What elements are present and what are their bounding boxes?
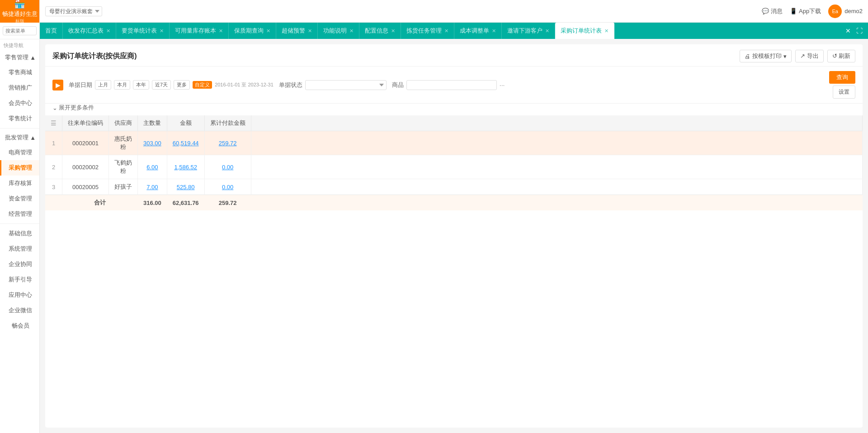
row-qty[interactable]: 303.00 <box>138 131 167 155</box>
sidebar-item-member-center[interactable]: 会员中心 <box>0 95 39 111</box>
row-paid[interactable]: 0.00 <box>204 179 251 195</box>
tab-invite-downstream[interactable]: 邀请下游客户 ✕ <box>502 23 555 39</box>
tab-bar: 首页 收发存汇总表 ✕ 要货单统计表 ✕ 可用量库存账本 ✕ 保质期查询 ✕ 超… <box>40 23 868 39</box>
message-btn[interactable]: 💬 消息 <box>762 7 783 15</box>
row-amount[interactable]: 1,586.52 <box>167 155 204 179</box>
date-shortcut-last-month[interactable]: 上月 <box>95 80 111 90</box>
query-btn[interactable]: 查询 <box>829 71 855 84</box>
top-bar-left: 母婴行业演示账套 <box>45 6 102 16</box>
row-amount[interactable]: 60,519.44 <box>167 131 204 155</box>
sidebar-item-wholesale[interactable]: 批发管理 ▲ <box>0 130 39 145</box>
settings-btn[interactable]: 设置 <box>833 86 855 99</box>
panel-header: 采购订单统计表(按供应商) 🖨 按模板打印 ▾ ↗ 导出 ↺ 刷新 <box>45 44 863 67</box>
row-paid[interactable]: 259.72 <box>204 131 251 155</box>
footer-extra <box>251 195 862 211</box>
expand-more-btn[interactable]: ⌄ 展开更多条件 <box>52 104 94 112</box>
content-panel: 采购订单统计表(按供应商) 🖨 按模板打印 ▾ ↗ 导出 ↺ 刷新 <box>45 44 863 428</box>
sidebar-item-system[interactable]: 系统管理 <box>0 241 39 257</box>
sidebar-item-retail-stats[interactable]: 零售统计 <box>0 111 39 126</box>
tab-function-desc[interactable]: 功能说明 ✕ <box>318 23 359 39</box>
row-qty[interactable]: 7.00 <box>138 179 167 195</box>
refresh-btn[interactable]: ↺ 刷新 <box>827 50 855 62</box>
tab-purchase-stats[interactable]: 采购订单统计表 ✕ <box>555 23 614 39</box>
tab-receive-send[interactable]: 收发存汇总表 ✕ <box>63 23 116 39</box>
table-row[interactable]: 2 00020002 飞鹤奶粉 6.00 1,586.52 0.00 <box>45 155 863 179</box>
sidebar-item-retail-mall[interactable]: 零售商城 <box>0 65 39 80</box>
sidebar-item-enterprise-wechat[interactable]: 企业微信 <box>0 303 39 318</box>
row-extra <box>251 131 862 155</box>
row-supplier: 好孩子 <box>109 179 138 195</box>
sidebar-item-basic-info[interactable]: 基础信息 <box>0 226 39 241</box>
date-filter-group: 单据日期 上月 本月 本年 近7天 更多 自定义 2016-01-01 至 20… <box>69 80 274 90</box>
workspace-selector[interactable]: 母婴行业演示账套 <box>45 6 102 16</box>
tab-close-function-desc[interactable]: ✕ <box>349 28 354 34</box>
tab-order-stats[interactable]: 要货单统计表 ✕ <box>116 23 170 39</box>
custom-date-badge: 自定义 <box>193 81 212 89</box>
tab-close-overstock[interactable]: ✕ <box>308 28 312 34</box>
sidebar-item-marketing[interactable]: 营销推广 <box>0 80 39 95</box>
export-icon: ↗ <box>800 52 805 59</box>
tab-close-config-info[interactable]: ✕ <box>391 28 395 34</box>
tab-config-info[interactable]: 配置信息 ✕ <box>359 23 401 39</box>
sidebar-item-inventory[interactable]: 库存核算 <box>0 176 39 191</box>
tab-warranty[interactable]: 保质期查询 ✕ <box>229 23 276 39</box>
logo-icon: 🏪 <box>14 0 25 9</box>
sidebar-item-finance[interactable]: 资金管理 <box>0 191 39 206</box>
tab-cost-adjust[interactable]: 成本调整单 ✕ <box>454 23 502 39</box>
table-container: ☰ 往来单位编码 供应商 主数量 金额 累计付款金额 1 <box>45 115 863 428</box>
row-amount[interactable]: 525.80 <box>167 179 204 195</box>
template-print-btn[interactable]: 🖨 按模板打印 ▾ <box>740 50 792 62</box>
col-settings[interactable]: ☰ <box>45 115 62 131</box>
date-shortcut-this-month[interactable]: 本月 <box>114 80 130 90</box>
status-filter-select[interactable] <box>305 80 387 90</box>
goods-filter-input[interactable] <box>406 80 497 90</box>
search-input[interactable] <box>3 26 37 35</box>
tab-available-stock[interactable]: 可用量库存账本 ✕ <box>170 23 229 39</box>
col-supplier: 供应商 <box>109 115 138 131</box>
tab-home[interactable]: 首页 <box>40 23 63 39</box>
top-bar-right: 💬 消息 📱 App下载 Ea demo2 <box>762 5 863 18</box>
tab-close-pick-task[interactable]: ✕ <box>444 28 448 34</box>
table-row[interactable]: 1 00020001 惠氏奶粉 303.00 60,519.44 259.72 <box>45 131 863 155</box>
filter-toggle-btn[interactable]: ▶ <box>52 80 63 90</box>
date-shortcut-7days[interactable]: 近7天 <box>152 80 171 90</box>
status-filter-group: 单据状态 <box>279 80 387 90</box>
tab-close-invite-downstream[interactable]: ✕ <box>545 28 549 34</box>
tab-close-cost-adjust[interactable]: ✕ <box>492 28 496 34</box>
sidebar-item-new-guide[interactable]: 新手引导 <box>0 272 39 287</box>
chevron-icon: ▲ <box>30 54 36 61</box>
tab-close-warranty[interactable]: ✕ <box>266 28 270 34</box>
data-table: ☰ 往来单位编码 供应商 主数量 金额 累计付款金额 1 <box>45 115 863 210</box>
tab-pick-task[interactable]: 拣货任务管理 ✕ <box>401 23 454 39</box>
sidebar-item-retail-manage[interactable]: 零售管理 ▲ <box>0 50 39 65</box>
export-btn[interactable]: ↗ 导出 <box>795 50 823 62</box>
sidebar-item-operations[interactable]: 经营管理 <box>0 206 39 222</box>
sidebar-item-member[interactable]: 畅会员 <box>0 318 39 333</box>
tab-close-purchase-stats[interactable]: ✕ <box>604 28 609 34</box>
row-code: 00020002 <box>62 155 109 179</box>
sidebar-item-enterprise-collab[interactable]: 企业协同 <box>0 257 39 272</box>
col-settings-icon[interactable]: ☰ <box>51 119 57 127</box>
sidebar-search-area <box>0 23 39 39</box>
sidebar-item-purchase[interactable]: 采购管理 <box>0 160 39 176</box>
sidebar-item-ecommerce[interactable]: 电商管理 <box>0 145 39 160</box>
tab-close-order-stats[interactable]: ✕ <box>160 28 164 34</box>
tab-close-all-btn[interactable]: ✕ <box>844 26 853 35</box>
row-qty[interactable]: 6.00 <box>138 155 167 179</box>
tab-overstock[interactable]: 超储预警 ✕ <box>276 23 318 39</box>
row-supplier: 惠氏奶粉 <box>109 131 138 155</box>
tab-close-receive-send[interactable]: ✕ <box>106 28 110 34</box>
expand-down-icon: ⌄ <box>52 105 57 111</box>
col-extra <box>251 115 862 131</box>
goods-filter-more-dots[interactable]: ··· <box>500 81 505 89</box>
tab-close-available-stock[interactable]: ✕ <box>219 28 223 34</box>
tab-bar-actions: ✕ ⛶ <box>844 26 868 35</box>
tab-maximize-btn[interactable]: ⛶ <box>854 26 864 35</box>
app-download-btn[interactable]: 📱 App下载 <box>790 7 821 15</box>
user-info[interactable]: Ea demo2 <box>828 5 863 18</box>
date-shortcut-more[interactable]: 更多 <box>174 80 190 90</box>
date-shortcut-this-year[interactable]: 本年 <box>133 80 149 90</box>
table-row[interactable]: 3 00020005 好孩子 7.00 525.80 0.00 <box>45 179 863 195</box>
row-paid[interactable]: 0.00 <box>204 155 251 179</box>
sidebar-item-app-center[interactable]: 应用中心 <box>0 287 39 303</box>
